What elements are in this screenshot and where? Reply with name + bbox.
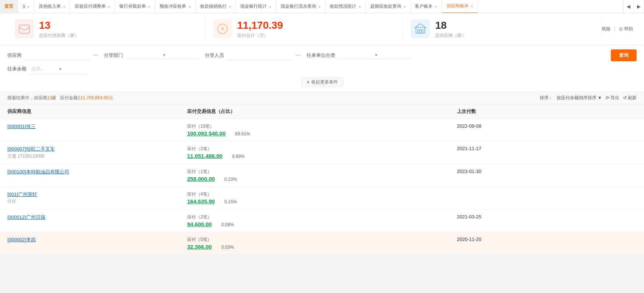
transaction-row-2: 11,051,486.009.89% — [187, 153, 457, 159]
supplier-link-5[interactable]: [000012]广州贝瑞 — [7, 214, 45, 220]
nav-tab-other-income[interactable]: 其他收入单 × — [34, 0, 70, 13]
prepay-ar-close[interactable]: × — [188, 4, 190, 9]
person-filter-input[interactable] — [226, 51, 293, 60]
collection-exec-close[interactable]: × — [229, 4, 231, 9]
collection-stat-close[interactable]: × — [358, 4, 361, 9]
transaction-label-1: 应付（15笔） — [187, 123, 457, 130]
category-filter-select[interactable]: ▼ — [337, 51, 411, 59]
refresh-icon: ↺ — [623, 95, 627, 100]
nav-tab-bank-deposit[interactable]: 银行存取款单 × — [115, 0, 155, 13]
person-filter-dots[interactable]: ··· — [295, 52, 300, 59]
table-row-1: [000001]张三应付（15笔）100,092,540.0089.61%202… — [0, 119, 644, 141]
dept-filter-select[interactable]: ▼ — [125, 51, 199, 59]
total-suppliers-label: 总供应商（家） — [435, 32, 466, 39]
supplier-link-6[interactable]: [000002]李四 — [7, 237, 36, 242]
transaction-col-4: 应付（4笔）164,635.900.15% — [187, 191, 457, 205]
nav-arrows: ◀ ▶ — [623, 0, 644, 13]
cash-bank-stat-close[interactable]: × — [269, 4, 271, 9]
supplier-filter-item: 供应商 ··· — [7, 51, 98, 60]
svg-text:¥: ¥ — [221, 26, 224, 32]
nav-tab-prepay-ar[interactable]: 预收冲应收单 × — [155, 0, 195, 13]
sort-label: 排序： — [540, 95, 553, 101]
collection-exec-label: 收款核销执行 — [200, 3, 227, 10]
nav-prev-button[interactable]: ◀ — [623, 0, 634, 13]
nav-tab-customer-book[interactable]: 客户账本 × — [410, 0, 442, 13]
last-pay-col-3: 2023-01-30 — [457, 169, 637, 182]
transaction-amount-5[interactable]: 94,600.00 — [187, 221, 212, 227]
table-body: [000001]张三应付（15笔）100,092,540.0089.61%202… — [0, 119, 644, 255]
transaction-amount-1[interactable]: 100,092,540.00 — [187, 130, 225, 137]
customer-book-close[interactable]: × — [435, 4, 437, 9]
cash-bank-flow-close[interactable]: × — [318, 4, 321, 9]
nav-tab-ar-ap-adjust[interactable]: 应收应付调整单 × — [70, 0, 115, 13]
dept-select-arrow: ▼ — [162, 53, 197, 57]
payable-suppliers-number: 13 — [39, 19, 79, 32]
balance-filter-select[interactable]: 选择... ▼ — [29, 64, 88, 74]
supplier-book-close[interactable]: × — [471, 4, 473, 8]
other-income-close[interactable]: × — [63, 4, 65, 9]
balance-select-arrow: ▼ — [58, 67, 85, 71]
nav-tab-collection-exec[interactable]: 收款核销执行 × — [196, 0, 236, 13]
dept-filter-label: 分管部门 — [104, 52, 123, 59]
payable-suppliers-info: 13 总应付供应商（家） — [39, 19, 79, 39]
tab-3-label: 3 — [22, 4, 25, 9]
nav-tab-supplier-book[interactable]: 供应商账本 × — [442, 0, 478, 13]
nav-tab-cash-bank-stat[interactable]: 现金银行统计 × — [236, 0, 276, 13]
total-suppliers-icon — [411, 19, 430, 38]
transaction-col-2: 应付（2笔）11,051,486.009.89% — [187, 146, 457, 159]
nav-tab-3[interactable]: 3 × — [18, 0, 34, 13]
transaction-amount-4[interactable]: 164,635.90 — [187, 198, 215, 204]
nav-tab-collection-stat[interactable]: 收款情况统计 × — [325, 0, 365, 13]
collapse-up-icon: ∧ — [307, 79, 310, 85]
transaction-label-2: 应付（2笔） — [187, 146, 457, 152]
customer-book-label: 客户账本 — [415, 3, 433, 10]
query-button[interactable]: 查询 — [611, 49, 637, 61]
person-filter-item: 分管人员 ··· — [205, 51, 300, 60]
supplier-link-1[interactable]: [000001]张三 — [7, 124, 36, 129]
ar-ap-adjust-close[interactable]: × — [108, 4, 110, 9]
sort-value[interactable]: 按应付余额倒序排序 ▼ — [557, 95, 602, 101]
last-pay-date-1: 2022-08-08 — [457, 123, 482, 129]
supplier-link-4[interactable]: [001]广州荣轩 — [7, 192, 37, 197]
col-last-pay: 上次付数 — [457, 108, 637, 115]
table-row-6: [000002]李四应付（5笔）32,366.000.03%2020-11-20 — [0, 232, 644, 255]
refresh-button[interactable]: ↺ 刷新 — [623, 95, 637, 101]
last-pay-col-2: 2021-11-17 — [457, 146, 637, 159]
top-navigation: 首页 3 × 其他收入单 × 应收应付调整单 × 银行存取款单 × 预收冲应收单… — [0, 0, 644, 13]
last-pay-date-5: 2021-03-25 — [457, 214, 482, 220]
payable-suppliers-icon — [15, 19, 34, 38]
help-icon: ⊙ — [619, 26, 623, 32]
result-summary-text: 搜索结果中，供应商13家 应付金额111,703,854.00元 — [7, 95, 113, 101]
transaction-percent-4: 0.15% — [224, 199, 237, 204]
top-right-links: 视频 | ⊙ 帮助 — [602, 26, 637, 32]
video-link[interactable]: 视频 — [602, 26, 610, 32]
collapse-label: 收起更多条件 — [311, 79, 338, 85]
help-link[interactable]: ⊙ 帮助 — [619, 26, 633, 32]
tab-3-close[interactable]: × — [27, 4, 29, 9]
overdue-ar-close[interactable]: × — [403, 4, 406, 9]
bank-deposit-close[interactable]: × — [148, 4, 150, 9]
nav-next-button[interactable]: ▶ — [634, 0, 644, 13]
filter-area: 供应商 ··· 分管部门 ▼ 分管人员 ··· 往来单位分类 ▼ 查询 往来 — [0, 45, 644, 92]
balance-filter-item: 往来余额 选择... ▼ — [7, 64, 88, 74]
filter-row-1: 供应商 ··· 分管部门 ▼ 分管人员 ··· 往来单位分类 ▼ 查询 — [7, 49, 637, 61]
svg-rect-5 — [420, 30, 421, 33]
supplier-link-2[interactable]: [000007]恒旺二手叉车 — [7, 146, 55, 152]
nav-tab-home[interactable]: 首页 — [0, 0, 18, 13]
transaction-amount-2[interactable]: 11,051,486.00 — [187, 153, 223, 159]
supplier-info-col-4: [001]广州荣轩仔仔 — [7, 191, 187, 205]
nav-tab-overdue-ar[interactable]: 超期应收款查询 × — [366, 0, 410, 13]
export-button[interactable]: ⟳ 导出 — [606, 95, 619, 101]
transaction-label-6: 应付（5笔） — [187, 237, 457, 243]
transaction-amount-6[interactable]: 32,366.00 — [187, 244, 212, 250]
transaction-percent-6: 0.03% — [221, 245, 234, 250]
supplier-link-3[interactable]: [000100]本特勒油品有限公司 — [7, 169, 69, 175]
balance-filter-label: 往来余额 — [7, 66, 27, 72]
supplier-filter-dots[interactable]: ··· — [93, 52, 98, 59]
supplier-filter-input[interactable] — [24, 51, 90, 60]
collapse-button[interactable]: ∧ 收起更多条件 — [301, 77, 343, 87]
result-bar: 搜索结果中，供应商13家 应付金额111,703,854.00元 排序： 按应付… — [0, 92, 644, 104]
payable-total-number: 11,170.39 — [237, 19, 283, 32]
transaction-amount-3[interactable]: 258,000.00 — [187, 176, 215, 182]
nav-tab-cash-bank-flow[interactable]: 现金银行流水查询 × — [276, 0, 325, 13]
